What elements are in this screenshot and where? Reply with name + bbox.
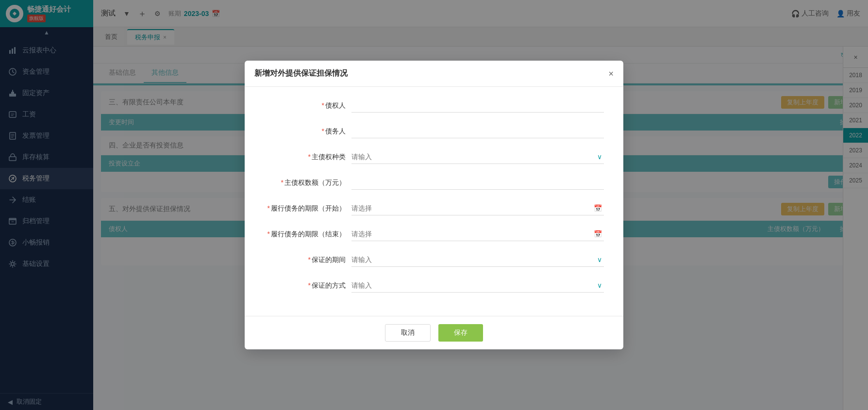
period-start-date-wrap[interactable]: 📅 xyxy=(351,201,604,215)
guarantee-method-chevron-icon[interactable]: ∨ xyxy=(597,281,604,289)
required-star-guarantee-period: * xyxy=(308,256,311,263)
form-field-debtor: *债务人 xyxy=(264,124,604,138)
dialog-body: *债权人 *债务人 *主债权种类 xyxy=(245,87,623,316)
debt-type-label: *主债权种类 xyxy=(264,153,351,162)
period-start-label: *履行债务的期限（开始） xyxy=(264,204,351,213)
dialog-title: 新增对外提供保证担保情况 xyxy=(254,68,348,79)
period-end-date-wrap[interactable]: 📅 xyxy=(351,227,604,241)
form-field-period-end: *履行债务的期限（结束） 📅 xyxy=(264,227,604,241)
debt-type-select-wrap[interactable]: ∨ xyxy=(351,150,604,164)
guarantee-period-select-wrap[interactable]: ∨ xyxy=(351,253,604,267)
calendar-start-icon[interactable]: 📅 xyxy=(594,204,604,212)
form-field-debt-amount: *主债权数额（万元） xyxy=(264,176,604,190)
debtor-input[interactable] xyxy=(351,124,604,138)
dialog: 新增对外提供保证担保情况 × *债权人 *债务人 xyxy=(245,61,623,349)
creditor-label: *债权人 xyxy=(264,101,351,110)
form-field-guarantee-method: *保证的方式 ∨ xyxy=(264,279,604,293)
save-button[interactable]: 保存 xyxy=(438,324,483,342)
guarantee-period-input[interactable] xyxy=(351,253,597,266)
required-star-period-end: * xyxy=(267,230,270,238)
calendar-end-icon[interactable]: 📅 xyxy=(594,230,604,238)
dialog-header: 新增对外提供保证担保情况 × xyxy=(245,61,623,87)
debt-amount-input[interactable] xyxy=(351,176,604,190)
guarantee-method-input[interactable] xyxy=(351,279,597,292)
guarantee-period-label: *保证的期间 xyxy=(264,256,351,264)
required-star-creditor: * xyxy=(322,101,324,109)
debt-type-chevron-icon[interactable]: ∨ xyxy=(597,153,604,161)
debt-type-input[interactable] xyxy=(351,150,597,164)
form-field-period-start: *履行债务的期限（开始） 📅 xyxy=(264,201,604,215)
debtor-label: *债务人 xyxy=(264,127,351,136)
dialog-footer: 取消 保存 xyxy=(245,316,623,349)
guarantee-period-chevron-icon[interactable]: ∨ xyxy=(597,256,604,263)
period-end-input[interactable] xyxy=(351,227,594,241)
debtor-input-wrap xyxy=(351,124,604,138)
required-star-guarantee-method: * xyxy=(308,281,311,289)
required-star-debtor: * xyxy=(322,127,324,135)
form-field-guarantee-period: *保证的期间 ∨ xyxy=(264,253,604,267)
form-field-creditor: *债权人 xyxy=(264,98,604,113)
guarantee-method-label: *保证的方式 xyxy=(264,281,351,290)
modal-overlay: 新增对外提供保证担保情况 × *债权人 *债务人 xyxy=(0,0,868,410)
creditor-input-wrap xyxy=(351,98,604,113)
required-star-debt-type: * xyxy=(308,153,311,161)
guarantee-method-select-wrap[interactable]: ∨ xyxy=(351,279,604,293)
creditor-input[interactable] xyxy=(351,98,604,113)
required-star-period-start: * xyxy=(267,204,270,212)
dialog-close-button[interactable]: × xyxy=(608,69,614,78)
required-star-debt-amount: * xyxy=(281,179,284,186)
period-end-label: *履行债务的期限（结束） xyxy=(264,230,351,239)
cancel-button[interactable]: 取消 xyxy=(385,324,431,342)
debt-amount-input-wrap xyxy=(351,176,604,190)
period-start-input[interactable] xyxy=(351,201,594,215)
form-field-debt-type: *主债权种类 ∨ xyxy=(264,150,604,164)
debt-amount-label: *主债权数额（万元） xyxy=(264,179,351,187)
